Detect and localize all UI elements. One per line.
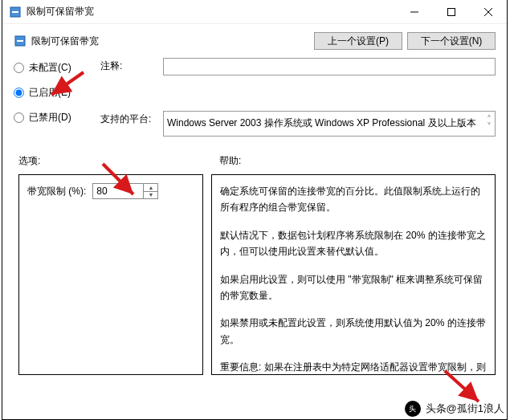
- close-button[interactable]: [470, 0, 507, 24]
- platform-textbox[interactable]: Windows Server 2003 操作系统或 Windows XP Pro…: [163, 111, 496, 137]
- help-panel: 确定系统可保留的连接带宽的百分比。此值限制系统上运行的所有程序的组合带宽保留。 …: [211, 174, 496, 375]
- bandwidth-limit-label: 带宽限制 (%):: [27, 185, 86, 198]
- radio-not-configured-input[interactable]: [14, 63, 24, 73]
- comment-textbox[interactable]: [163, 58, 496, 75]
- titlebar: 限制可保留带宽: [2, 0, 507, 24]
- help-p4: 如果禁用或未配置此设置，则系统使用默认值为 20% 的连接带宽。: [220, 315, 487, 348]
- app-icon: [9, 6, 22, 18]
- svg-rect-1: [12, 11, 18, 13]
- state-radios: 未配置(C) 已启用(E) 已禁用(D): [14, 61, 94, 124]
- sections: 选项: 帮助:: [2, 141, 507, 171]
- radio-disabled[interactable]: 已禁用(D): [14, 111, 94, 124]
- radio-disabled-label: 已禁用(D): [29, 111, 71, 124]
- policy-icon: [14, 35, 27, 47]
- maximize-button[interactable]: [433, 0, 470, 24]
- options-panel: 带宽限制 (%): ▲ ▼: [18, 174, 203, 375]
- comment-label: 注释:: [100, 58, 163, 73]
- config-area: 未配置(C) 已启用(E) 已禁用(D) 注释: 支持的平台:: [2, 55, 507, 141]
- platform-label: 支持的平台:: [100, 111, 163, 126]
- radio-not-configured[interactable]: 未配置(C): [14, 61, 94, 75]
- watermark-avatar-icon: 头: [405, 401, 421, 417]
- svg-rect-3: [448, 8, 455, 15]
- platform-scroll-arrows[interactable]: ˄˅: [483, 116, 492, 131]
- previous-setting-button[interactable]: 上一个设置(P): [314, 32, 402, 50]
- help-p1: 确定系统可保留的连接带宽的百分比。此值限制系统上运行的所有程序的组合带宽保留。: [220, 183, 487, 216]
- radio-disabled-input[interactable]: [14, 112, 24, 123]
- help-header: 帮助:: [219, 154, 496, 168]
- radio-enabled[interactable]: 已启用(E): [14, 86, 94, 100]
- bandwidth-limit-input[interactable]: [93, 184, 143, 198]
- panels: 带宽限制 (%): ▲ ▼ 确定系统可保留的连接带宽的百分比。此值限制系统上运行…: [2, 171, 507, 375]
- platform-value: Windows Server 2003 操作系统或 Windows XP Pro…: [167, 116, 476, 130]
- radio-enabled-input[interactable]: [14, 88, 24, 98]
- radio-enabled-label: 已启用(E): [29, 86, 71, 100]
- watermark: 头 头条@孤街1浪人: [402, 399, 508, 418]
- window-controls: [396, 0, 507, 24]
- bandwidth-limit-spinner[interactable]: ▲ ▼: [92, 183, 158, 199]
- dialog-subtitle: 限制可保留带宽: [31, 35, 99, 48]
- minimize-button[interactable]: [396, 0, 433, 24]
- help-p3: 如果启用此设置，则可以使用 "带宽限制" 框来调整系统可保留的带宽数量。: [220, 271, 487, 304]
- next-setting-button[interactable]: 下一个设置(N): [407, 32, 496, 50]
- spinner-down[interactable]: ▼: [144, 192, 157, 199]
- options-header: 选项:: [18, 154, 219, 168]
- help-p5: 重要信息: 如果在注册表中为特定网络适配器设置带宽限制，则配置该网络适配器时就会…: [220, 359, 487, 375]
- header-row: 限制可保留带宽 上一个设置(P) 下一个设置(N): [2, 24, 507, 55]
- spinner-up[interactable]: ▲: [144, 184, 157, 192]
- watermark-text: 头条@孤街1浪人: [426, 402, 504, 416]
- window-title: 限制可保留带宽: [27, 5, 396, 18]
- help-p2: 默认情况下，数据包计划程序将系统限制在 20% 的连接带宽之内，但可以使用此设置…: [220, 227, 487, 260]
- dialog-window: 限制可保留带宽 限制可保留带宽 上一个设置(P) 下一个设置(N): [2, 0, 508, 420]
- svg-rect-7: [17, 40, 23, 42]
- radio-not-configured-label: 未配置(C): [29, 61, 71, 75]
